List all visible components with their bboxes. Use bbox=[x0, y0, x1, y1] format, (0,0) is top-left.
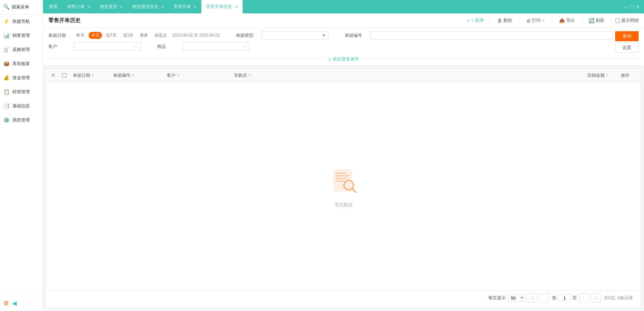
last-page-btn[interactable]: ⟩⟩ bbox=[592, 293, 601, 303]
col-customer-header[interactable]: 客户 ⇅ bbox=[164, 72, 231, 79]
display-detail-label: 显示明细 bbox=[621, 17, 639, 23]
print-button[interactable]: 🖨 打印 ▼ bbox=[523, 16, 548, 25]
customer-label: 客户 bbox=[48, 44, 68, 50]
sidebar-bottom: ⚙ ◀ bbox=[0, 295, 43, 311]
col-number-label: 单据编号 bbox=[113, 72, 131, 79]
col-number-header[interactable]: 单据编号 ⇅ bbox=[110, 72, 164, 79]
sort-amount-icon: ⇅ bbox=[606, 73, 609, 77]
empty-state: 暂无数据 bbox=[327, 164, 360, 208]
product-input[interactable]: ··· bbox=[183, 42, 250, 51]
tab-retail-open[interactable]: 零售开单✕ bbox=[169, 0, 201, 13]
delete-button[interactable]: 🗑 删除 bbox=[495, 16, 515, 25]
nav-label-quick-nav: 快捷导航 bbox=[12, 18, 30, 24]
month-btn[interactable]: 近1月 bbox=[120, 32, 136, 39]
product-dots: ··· bbox=[243, 44, 247, 49]
nav-label-base-info: 基础信息 bbox=[12, 103, 30, 109]
col-amount-header[interactable]: 实销金额 ⇅ bbox=[585, 72, 618, 79]
nav-label-operation: 经营管理 bbox=[12, 89, 30, 95]
table-header: ⚙ 单据日期 ⇅ 单据编号 ⇅ 客户 ⇅ 导购员 ⇅ bbox=[46, 69, 641, 82]
sidebar-item-sales-mgmt[interactable]: 📊销售管理 bbox=[0, 29, 43, 43]
export-icon: 📤 bbox=[559, 18, 565, 23]
today-btn[interactable]: 今天 bbox=[89, 32, 102, 39]
collapse-btn[interactable]: ∧ 收起更多条件 bbox=[328, 56, 359, 62]
divider-3 bbox=[552, 18, 552, 23]
collapse-line-left bbox=[48, 58, 326, 59]
print-label: 打印 bbox=[532, 17, 541, 23]
window-maximize[interactable]: □ bbox=[631, 4, 633, 9]
col-date-header[interactable]: 单据日期 ⇅ bbox=[70, 72, 110, 79]
sidebar-item-operation[interactable]: 📋经营管理 bbox=[0, 85, 43, 99]
select-all-checkbox[interactable] bbox=[62, 73, 66, 77]
type-select[interactable] bbox=[261, 31, 329, 40]
delete-icon: 🗑 bbox=[497, 18, 502, 23]
tab-close-sales-return[interactable]: ✕ bbox=[120, 5, 123, 9]
sidebar-search[interactable]: 🔍 搜索采单 bbox=[0, 0, 43, 14]
col-checkbox-header[interactable] bbox=[59, 73, 70, 77]
tab-close-retail-open[interactable]: ✕ bbox=[194, 5, 197, 9]
page-size-label: 每页显示 bbox=[488, 295, 506, 301]
col-settings-btn[interactable]: ⚙ bbox=[49, 73, 59, 78]
col-salesperson-label: 导购员 bbox=[234, 72, 247, 79]
tab-home[interactable]: 首页 bbox=[44, 0, 62, 13]
svg-rect-4 bbox=[336, 180, 344, 182]
col-salesperson-header[interactable]: 导购员 ⇅ bbox=[231, 72, 271, 79]
display-detail-toggle[interactable]: 显示明细 bbox=[615, 17, 639, 23]
page-input[interactable] bbox=[558, 295, 571, 302]
nav-icon-base-info: 📑 bbox=[3, 103, 10, 109]
add-label: + 新增 bbox=[471, 17, 484, 23]
tab-sales-return[interactable]: 销货退货✕ bbox=[95, 0, 128, 13]
tab-close-sales-order[interactable]: ✕ bbox=[87, 5, 90, 9]
add-button[interactable]: + + 新增 bbox=[464, 16, 486, 25]
sidebar-item-sys-mgmt[interactable]: ⚙️系统管理 bbox=[0, 113, 43, 127]
display-detail-checkbox[interactable] bbox=[615, 18, 620, 23]
table-area: ⚙ 单据日期 ⇅ 单据编号 ⇅ 客户 ⇅ 导购员 ⇅ bbox=[46, 68, 641, 308]
nav-label-purchase-mgmt: 采购管理 bbox=[12, 47, 30, 53]
tab-label-home: 首页 bbox=[49, 4, 58, 10]
col-action-header: 操作 bbox=[618, 72, 638, 79]
prev-page-btn[interactable]: 〈 bbox=[540, 293, 549, 303]
next-page-btn[interactable]: 〉 bbox=[580, 293, 589, 303]
page-size-select[interactable]: 50 10 20 100 bbox=[508, 295, 525, 302]
svg-rect-2 bbox=[336, 175, 349, 176]
divider-2 bbox=[519, 18, 519, 23]
refresh-button[interactable]: 🔄 刷新 bbox=[586, 16, 607, 25]
setting-button[interactable]: 设置 bbox=[615, 43, 639, 53]
main-content: 首页销售订单✕销货退货✕销货退货历史✕零售开单✕零售开单历史✕ — □ ✕ 零售… bbox=[43, 0, 644, 311]
page-info: 第 页 bbox=[552, 295, 577, 302]
sort-salesperson-icon: ⇅ bbox=[248, 73, 251, 77]
window-minimize[interactable]: — bbox=[623, 4, 628, 9]
more-date-btn[interactable]: 更多 bbox=[137, 32, 151, 39]
tab-sales-return-history[interactable]: 销货退货历史✕ bbox=[128, 0, 169, 13]
tab-label-retail-open: 零售开单 bbox=[174, 4, 191, 10]
collapse-icon[interactable]: ◀ bbox=[12, 300, 17, 307]
sidebar-item-inventory[interactable]: 📦库存核算 bbox=[0, 57, 43, 71]
tab-bar: 首页销售订单✕销货退货✕销货退货历史✕零售开单✕零售开单历史✕ — □ ✕ bbox=[43, 0, 644, 13]
tab-sales-order[interactable]: 销售订单✕ bbox=[62, 0, 95, 13]
empty-text: 暂无数据 bbox=[335, 202, 352, 208]
first-page-btn[interactable]: ⟨⟨ bbox=[528, 293, 537, 303]
week-btn[interactable]: 近7天 bbox=[103, 32, 119, 39]
sidebar-item-quick-nav[interactable]: ⚡快捷导航 bbox=[0, 14, 43, 29]
yesterday-btn[interactable]: 昨天 bbox=[74, 32, 87, 39]
tab-retail-history[interactable]: 零售开单历史✕ bbox=[201, 0, 243, 13]
toolbar: 零售开单历史 + + 新增 🗑 删除 🖨 打印 ▼ bbox=[43, 13, 644, 28]
sidebar-item-finance[interactable]: 💰资金管理 bbox=[0, 71, 43, 85]
sidebar-item-purchase-mgmt[interactable]: 🛒采购管理 bbox=[0, 43, 43, 57]
sidebar-item-base-info[interactable]: 📑基础信息 bbox=[0, 99, 43, 113]
nav-icon-sales-mgmt: 📊 bbox=[3, 33, 10, 39]
print-icon: 🖨 bbox=[526, 18, 531, 23]
customer-input[interactable]: ··· bbox=[74, 42, 141, 51]
tab-container: 首页销售订单✕销货退货✕销货退货历史✕零售开单✕零售开单历史✕ bbox=[44, 0, 243, 13]
query-button[interactable]: 查询 bbox=[615, 31, 639, 41]
number-input[interactable] bbox=[370, 31, 612, 40]
export-button[interactable]: 📤 导出 bbox=[556, 16, 578, 25]
custom-date-btn[interactable]: 自定义 bbox=[152, 32, 169, 39]
refresh-label: 刷新 bbox=[596, 17, 604, 23]
window-close[interactable]: ✕ bbox=[636, 4, 640, 9]
settings-icon[interactable]: ⚙ bbox=[3, 300, 9, 307]
collapse-row: ∧ 收起更多条件 bbox=[48, 55, 639, 62]
col-date-label: 单据日期 bbox=[73, 72, 90, 79]
collapse-line-right bbox=[362, 58, 639, 59]
tab-close-sales-return-history[interactable]: ✕ bbox=[161, 5, 164, 9]
tab-close-retail-history[interactable]: ✕ bbox=[235, 5, 238, 9]
